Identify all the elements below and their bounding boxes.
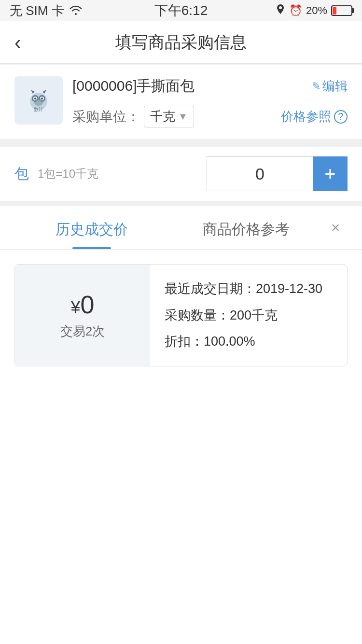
discount-label: 折扣： [165, 334, 204, 349]
history-card: ¥0 交易2次 最近成交日期：2019-12-30 采购数量：200千克 折扣：… [14, 264, 348, 366]
unit-select[interactable]: 千克 ▼ [144, 106, 194, 127]
quantity-label-group: 包 1包=10千克 [14, 164, 98, 184]
price-ref-button[interactable]: 价格参照 ? [281, 108, 348, 125]
page-title: 填写商品采购信息 [115, 31, 247, 54]
tabs-close-button[interactable]: × [323, 216, 348, 240]
card-detail-section: 最近成交日期：2019-12-30 采购数量：200千克 折扣：100.00% [150, 265, 347, 366]
quantity-section: 包 1包=10千克 + [0, 147, 362, 201]
card-trades-count: 交易2次 [60, 323, 105, 340]
battery-text: 20% [306, 4, 327, 17]
date-label: 最近成交日期： [165, 281, 256, 296]
tabs-header: 历史成交价 商品价格参考 × [0, 206, 362, 250]
price-value: 0 [81, 291, 95, 319]
unit-value: 千克 [150, 108, 175, 125]
product-header: [0000006]手撕面包 ✎ 编辑 [72, 76, 348, 96]
edit-icon: ✎ [312, 80, 320, 93]
quantity-unit-icon: 包 [14, 164, 29, 184]
carrier-text: 无 SIM 卡 [10, 2, 64, 19]
unit-row: 采购单位： 千克 ▼ 价格参照 ? [72, 106, 348, 127]
help-icon: ? [334, 110, 348, 124]
card-date-row: 最近成交日期：2019-12-30 [165, 279, 333, 299]
date-value: 2019-12-30 [256, 281, 322, 296]
tab-history-price[interactable]: 历史成交价 [14, 206, 169, 249]
product-info: [0000006]手撕面包 ✎ 编辑 采购单位： 千克 ▼ 价格参照 ? [72, 76, 348, 127]
card-discount-row: 折扣：100.00% [165, 332, 333, 351]
qty-value: 200千克 [230, 308, 278, 322]
product-section: 数计 [0000006]手撕面包 ✎ 编辑 采购单位： 千克 ▼ [0, 65, 362, 139]
status-right: ⏰ 20% [276, 4, 352, 17]
plus-icon: + [324, 163, 335, 185]
qty-label: 采购数量： [165, 308, 230, 322]
unit-dropdown-arrow: ▼ [178, 111, 188, 122]
svg-text:数计: 数计 [34, 107, 43, 112]
quantity-controls: + [207, 156, 348, 191]
bottom-area [0, 381, 362, 644]
tabs-section: 历史成交价 商品价格参考 × ¥0 交易2次 最近成交日期：2019-12-30… [0, 206, 362, 381]
section-divider [0, 139, 362, 147]
back-button[interactable]: ‹ [14, 33, 21, 52]
unit-label: 采购单位： [72, 108, 140, 126]
status-time: 下午6:12 [154, 1, 208, 20]
status-left: 无 SIM 卡 [10, 2, 83, 19]
quantity-plus-button[interactable]: + [313, 156, 348, 191]
product-thumbnail: 数计 [14, 76, 63, 125]
card-area: ¥0 交易2次 最近成交日期：2019-12-30 采购数量：200千克 折扣：… [0, 250, 362, 381]
card-price-display: ¥0 [71, 290, 95, 319]
product-row: 数计 [0000006]手撕面包 ✎ 编辑 采购单位： 千克 ▼ [14, 76, 348, 127]
tab-price-reference[interactable]: 商品价格参考 [169, 206, 323, 249]
status-bar: 无 SIM 卡 下午6:12 ⏰ 20% [0, 0, 362, 21]
quantity-input[interactable] [207, 156, 313, 191]
quantity-conversion: 1包=10千克 [38, 166, 98, 182]
card-price-section: ¥0 交易2次 [15, 265, 150, 366]
card-qty-row: 采购数量：200千克 [165, 306, 333, 325]
edit-button[interactable]: ✎ 编辑 [312, 78, 348, 95]
nav-bar: ‹ 填写商品采购信息 [0, 21, 362, 64]
discount-value: 100.00% [204, 334, 255, 349]
wifi-icon [69, 3, 83, 18]
battery-icon [331, 5, 352, 16]
price-symbol: ¥ [71, 297, 81, 317]
product-name: [0000006]手撕面包 [72, 76, 195, 96]
location-icon [276, 4, 285, 17]
alarm-icon: ⏰ [289, 4, 302, 17]
